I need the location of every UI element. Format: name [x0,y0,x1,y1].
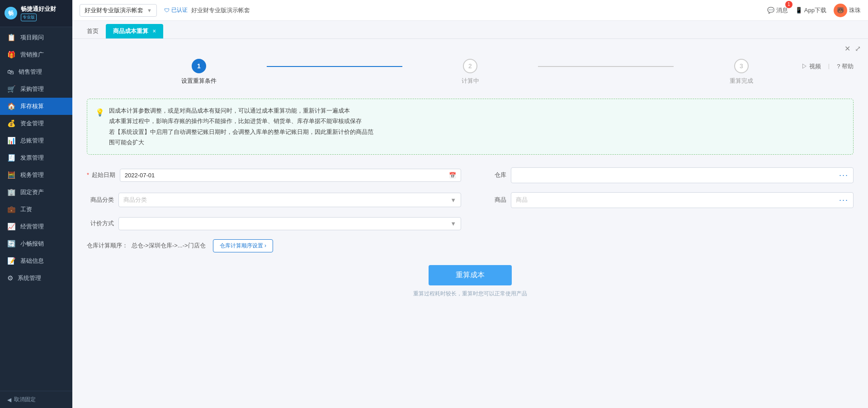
sidebar-item-label: 固定资产 [20,188,44,196]
info-box: 💡 因成本计算参数调整，或是对商品成本有疑问时，可以通过成本重算功能，重新计算一… [87,99,854,155]
start-date-value: 2022-07-01 [125,172,155,179]
verified-text: 已认证 [171,6,188,14]
step-2-num: 2 [468,62,472,70]
payroll-icon: 💼 [7,205,16,213]
warehouse-input[interactable]: ··· [511,167,854,183]
sidebar-item-system[interactable]: ⚙ 系统管理 [0,270,72,287]
message-button[interactable]: 💬 消息 1 [767,6,788,14]
app-download-label: App下载 [804,6,826,14]
warehouse-order-label: 仓库计算顺序： [87,242,128,250]
step-3: 3 重算完成 [674,59,809,85]
sidebar-item-label: 工资 [20,205,32,213]
product-dots-icon[interactable]: ··· [839,195,849,205]
close-window-button[interactable]: ✕ [844,44,850,53]
product-label: 商品 [479,196,506,204]
sidebar-item-accounting[interactable]: 📊 总账管理 [0,132,72,149]
category-field: 商品分类 商品分类 ▼ [87,193,461,207]
video-link[interactable]: ▷ 视频 [802,62,821,71]
sidebar-item-label: 经营管理 [20,223,44,231]
category-select[interactable]: 商品分类 ▼ [118,193,461,207]
account-selector-text: 好业财专业版演示帐套 [85,6,143,14]
tab-home[interactable]: 首页 [80,24,106,38]
avatar: 🐻 [834,4,847,17]
warehouse-order-settings-button[interactable]: 仓库计算顺序设置 › [213,239,273,252]
app-download-button[interactable]: 📱 App下载 [795,6,826,14]
sidebar-item-tax[interactable]: 🧮 税务管理 [0,166,72,184]
sidebar-item-label: 基础信息 [20,257,44,265]
product-input[interactable]: 商品 ··· [511,192,854,208]
sidebar-header: 畅 畅捷通好业财 专业版 [0,0,72,27]
tab-close-icon[interactable]: × [153,28,156,34]
sidebar-item-finance[interactable]: 💰 资金管理 [0,115,72,132]
required-star: * [87,171,89,178]
info-line-2: 成本重算过程中，影响库存账的操作均不能操作，比如进货单、销货单、库存单据不能审核… [109,116,373,126]
recalc-button[interactable]: 重算成本 [429,265,512,285]
pricing-select[interactable]: ▼ [118,217,461,230]
sidebar-item-operations[interactable]: 📈 经营管理 [0,218,72,235]
calendar-icon[interactable]: 📅 [449,172,456,179]
sidebar-item-label: 小畅报销 [20,240,44,248]
sidebar-item-label: 项目顾问 [20,33,44,42]
tab-home-label: 首页 [87,28,99,34]
sidebar-item-label: 营销推广 [20,51,44,59]
sidebar-unpin[interactable]: ◀ 取消固定 [0,391,72,408]
sidebar-footer-label: 取消固定 [14,396,36,403]
step-2-circle: 2 [463,59,477,73]
tab-cost-recalc[interactable]: 商品成本重算 × [106,24,163,38]
sidebar-item-label: 销售管理 [19,68,42,76]
operations-icon: 📈 [7,223,16,231]
info-line-1: 因成本计算参数调整，或是对商品成本有疑问时，可以通过成本重算功能，重新计算一遍成… [109,105,373,116]
recalc-section: 重算成本 重算过程耗时较长，重算时您可以正常使用产品 [87,265,854,298]
sidebar-item-invoice[interactable]: 🧾 发票管理 [0,149,72,166]
app-badge: 专业版 [21,14,37,21]
warehouse-dots-icon[interactable]: ··· [839,171,849,180]
account-selector[interactable]: 好业财专业版演示帐套 ▼ [80,4,157,17]
pricing-label: 计价方式 [87,219,114,228]
accounting-icon: 📊 [7,137,16,145]
step-1-label: 设置重算条件 [181,77,217,85]
sidebar-item-inventory[interactable]: 🏠 库存核算 [0,98,72,115]
maximize-window-button[interactable]: ⤢ [855,44,861,53]
sidebar-item-project[interactable]: 📋 项目顾问 [0,29,72,46]
sidebar-item-expense[interactable]: 🔄 小畅报销 [0,235,72,252]
purchase-icon: 🛒 [7,85,16,93]
sidebar-item-payroll[interactable]: 💼 工资 [0,201,72,218]
pricing-field: 计价方式 ▼ [87,217,461,230]
notification-badge: 1 [785,1,793,8]
marketing-icon: 🎁 [7,51,16,59]
sidebar-item-label: 税务管理 [20,171,44,179]
assets-icon: 🏢 [7,188,16,196]
tab-cost-recalc-label: 商品成本重算 [113,28,148,34]
step-1: 1 设置重算条件 [131,59,267,85]
avatar-emoji: 🐻 [837,7,844,14]
tabbar: 首页 商品成本重算 × [72,21,868,39]
info-line-4: 围可能会扩大 [109,137,373,147]
sidebar-item-sales[interactable]: 🛍 销售管理 [0,63,72,81]
form-row-2: 商品分类 商品分类 ▼ 商品 商品 ··· [87,192,854,208]
start-date-field: * 起始日期 2022-07-01 📅 [87,169,461,182]
start-date-label: * 起始日期 [87,171,115,179]
product-field: 商品 商品 ··· [479,192,854,208]
help-link[interactable]: ? 帮助 [837,62,854,71]
finance-icon: 💰 [7,119,16,128]
verified-badge: 🛡 已认证 [164,6,188,14]
category-placeholder: 商品分类 [123,196,147,204]
app-title-block: 畅捷通好业财 专业版 [21,5,56,21]
sidebar-item-assets[interactable]: 🏢 固定资产 [0,184,72,201]
sidebar-item-label: 总账管理 [20,137,44,145]
sidebar: 畅 畅捷通好业财 专业版 📋 项目顾问 🎁 营销推广 🛍 销售管理 🛒 采购管理… [0,0,72,408]
sidebar-item-basic[interactable]: 📝 基础信息 [0,252,72,270]
step-2-label: 计算中 [462,77,479,85]
step-1-circle: 1 [192,59,206,73]
form-row-1: * 起始日期 2022-07-01 📅 仓库 ··· [87,167,854,183]
sidebar-item-purchase[interactable]: 🛒 采购管理 [0,81,72,98]
user-menu[interactable]: 🐻 珠珠 [834,4,861,17]
user-name: 珠珠 [849,6,861,14]
message-icon: 💬 [767,7,774,14]
sidebar-item-marketing[interactable]: 🎁 营销推广 [0,46,72,63]
warehouse-order-value: 总仓->深圳仓库->...->门店仓 [132,242,206,250]
start-date-input[interactable]: 2022-07-01 📅 [120,169,461,182]
step-2: 2 计算中 [402,59,538,85]
step-3-num: 3 [740,62,743,70]
mobile-icon: 📱 [795,7,802,14]
